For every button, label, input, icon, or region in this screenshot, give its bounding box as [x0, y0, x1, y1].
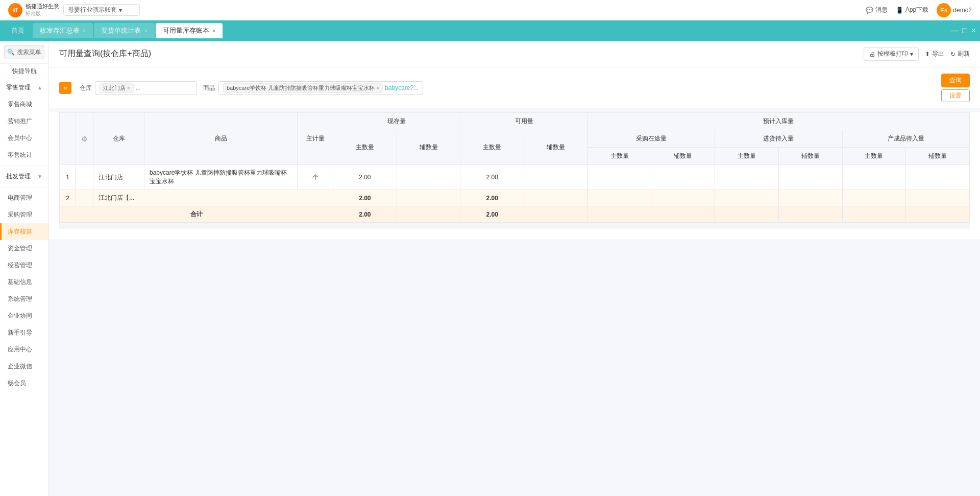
sidebar-item-enterprise-wechat[interactable]: 企业微信: [0, 358, 48, 375]
sidebar-item-retail-mall[interactable]: 零售商城: [0, 96, 48, 113]
product-more[interactable]: babycare?...: [385, 84, 419, 91]
sidebar-item-basic-info[interactable]: 基础信息: [0, 274, 48, 291]
wholesale-group-label: 批发管理: [6, 172, 31, 181]
tab-home[interactable]: 首页: [4, 23, 32, 38]
sidebar-item-system-mgmt[interactable]: 系统管理: [0, 291, 48, 308]
tab-receipt-summary[interactable]: 收发存汇总表 ×: [33, 23, 93, 38]
tab-receipt-summary-close[interactable]: ×: [83, 28, 86, 34]
cell-product: babycare学饮杯 儿童防摔防撞吸管杯重力球吸嘴杯宝宝水杯: [144, 165, 298, 190]
sidebar-search-button[interactable]: 🔍 搜索菜单: [4, 45, 44, 59]
sidebar-item-member-center[interactable]: 会员中心: [0, 130, 48, 147]
cell-row-num: 1: [60, 165, 76, 190]
scroll-area[interactable]: [59, 223, 970, 229]
tab-available-stock-close[interactable]: ×: [212, 28, 215, 34]
warehouse-tag-close[interactable]: ×: [127, 85, 130, 91]
footer-inbound-pending-main: [715, 206, 779, 223]
refresh-label: 刷新: [958, 50, 970, 58]
marketing-label: 营销推广: [8, 117, 32, 125]
tab-order-stats[interactable]: 要货单统计表 ×: [94, 23, 154, 38]
sidebar-group-retail-header[interactable]: 零售管理 ▲: [0, 79, 48, 96]
sidebar-item-new-guide[interactable]: 新手引导: [0, 324, 48, 341]
subtotal-purchase-transit-main: [587, 190, 651, 206]
maximize-icon[interactable]: □: [962, 26, 967, 35]
sidebar-item-finance[interactable]: 资金管理: [0, 240, 48, 257]
cell-warehouse: 江北门店: [93, 165, 144, 190]
table-row: 1 江北门店 babycare学饮杯 儿童防摔防撞吸管杯重力球吸嘴杯宝宝水杯 个…: [60, 165, 970, 190]
sidebar-item-marketing[interactable]: 营销推广: [0, 113, 48, 130]
sidebar-group-wholesale-header[interactable]: 批发管理 ▼: [0, 168, 48, 185]
footer-inbound-pending-aux: [778, 206, 842, 223]
close-window-icon[interactable]: ×: [971, 26, 976, 35]
search-label: 搜索菜单: [17, 48, 41, 57]
tab-order-stats-close[interactable]: ×: [144, 28, 147, 34]
settings-button[interactable]: 设置: [941, 89, 970, 102]
th-available-aux: 辅数量: [524, 130, 588, 165]
refresh-button[interactable]: ↻ 刷新: [950, 50, 970, 58]
th-purchase-in-transit: 采购在途量: [587, 130, 715, 148]
cell-row-check: [76, 165, 93, 190]
export-label: 导出: [932, 50, 944, 58]
quick-nav-label: 快捷导航: [12, 67, 37, 76]
sidebar-item-enterprise[interactable]: 企业协同: [0, 308, 48, 324]
tenant-selector[interactable]: 母婴行业演示账套 ▾: [63, 4, 140, 16]
template-chevron-icon: ▾: [910, 51, 913, 58]
th-purchase-transit-main: 主数量: [587, 148, 651, 165]
expand-icon: »: [64, 84, 67, 91]
cell-purchase-transit-aux: [651, 165, 715, 190]
th-current-stock-main: 主数量: [333, 130, 397, 165]
minimize-icon[interactable]: —: [950, 26, 958, 35]
app-center-label: 应用中心: [8, 346, 32, 353]
template-print-button[interactable]: 🖨 按模板打印 ▾: [864, 47, 919, 61]
cell-product-pending-aux: [906, 165, 970, 190]
cell-available-aux: [524, 165, 588, 190]
subtotal-purchase-transit-aux: [651, 190, 715, 206]
new-guide-label: 新手引导: [8, 329, 32, 336]
message-button[interactable]: 💬 消息: [866, 6, 888, 14]
export-button[interactable]: ⬆ 导出: [925, 50, 944, 58]
tenant-name: 母婴行业演示账套: [68, 6, 117, 14]
sidebar-item-operations[interactable]: 经营管理: [0, 257, 48, 274]
user-menu[interactable]: Ea demo2: [937, 3, 972, 17]
sidebar-quick-nav[interactable]: 快捷导航: [0, 64, 48, 79]
warehouse-more[interactable]: ...: [136, 84, 141, 91]
warehouse-label: 仓库: [80, 84, 92, 92]
cell-available-main: 2.00: [460, 165, 524, 190]
th-product-pending-aux: 辅数量: [906, 148, 970, 165]
tab-receipt-summary-label: 收发存汇总表: [40, 26, 80, 35]
th-inbound-pending: 进货待入量: [715, 130, 842, 148]
gear-icon[interactable]: ⚙: [81, 135, 88, 143]
footer-label: 合计: [60, 206, 333, 223]
logo-text: 畅捷通好生意: [26, 3, 59, 10]
footer-available-aux: [524, 206, 588, 223]
th-current-stock: 现存量: [333, 113, 460, 130]
product-input[interactable]: babycare学饮杯 儿童防摔防撞吸管杯重力球吸嘴杯宝宝水杯 × babyca…: [218, 81, 423, 95]
cell-current-main: 2.00: [333, 165, 397, 190]
sidebar-item-member[interactable]: 畅会员: [0, 375, 48, 392]
sidebar-item-purchase[interactable]: 采购管理: [0, 206, 48, 223]
top-bar-right: 💬 消息 📱 App下载 Ea demo2: [866, 3, 972, 17]
sidebar-item-retail-stats[interactable]: 零售统计: [0, 147, 48, 163]
message-icon: 💬: [866, 7, 873, 14]
basic-info-label: 基础信息: [8, 278, 32, 286]
query-button[interactable]: 查询: [941, 74, 970, 87]
sidebar-item-inventory[interactable]: 库存核算: [0, 223, 48, 240]
tab-available-stock[interactable]: 可用量库存账本 ×: [156, 23, 223, 38]
cell-purchase-transit-main: [587, 165, 651, 190]
footer-product-pending-aux: [906, 206, 970, 223]
table-scroll[interactable]: ⚙ 仓库 商品 主计量 现存量 可用量 预计入库量 主数量 辅数量: [59, 112, 970, 223]
product-tag-close[interactable]: ×: [376, 85, 379, 91]
warehouse-input[interactable]: 江北门店 × ...: [95, 81, 197, 95]
subtotal-check: [76, 190, 93, 206]
sidebar-item-app-center[interactable]: 应用中心: [0, 341, 48, 358]
sidebar-item-ecommerce[interactable]: 电商管理: [0, 190, 48, 206]
th-settings: ⚙: [76, 113, 93, 165]
tab-home-label: 首页: [11, 26, 24, 35]
subtotal-num: 2: [60, 190, 76, 206]
app-download-button[interactable]: 📱 App下载: [896, 6, 928, 14]
footer-current-main: 2.00: [333, 206, 397, 223]
filter-expand-button[interactable]: »: [59, 82, 71, 94]
cell-main-unit: 个: [298, 165, 333, 190]
filter-actions: 查询 设置: [941, 74, 970, 102]
finance-label: 资金管理: [8, 245, 32, 252]
footer-current-aux: [397, 206, 460, 223]
